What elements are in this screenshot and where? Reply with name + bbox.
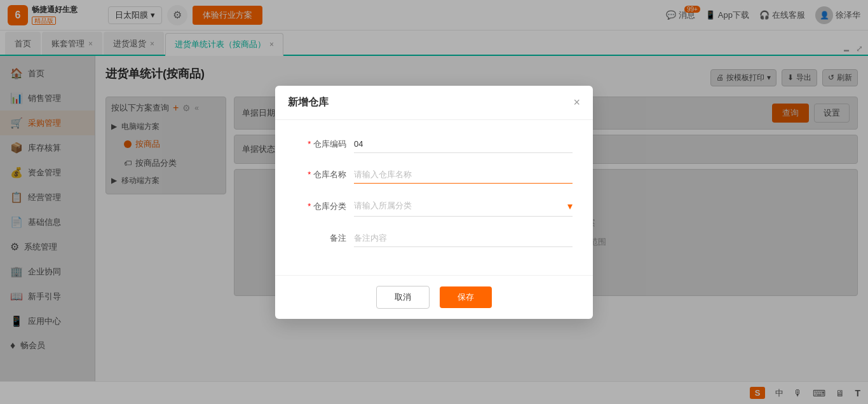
name-label: 仓库名称 xyxy=(295,169,346,180)
cancel-button[interactable]: 取消 xyxy=(376,286,430,309)
modal-footer: 取消 保存 xyxy=(275,275,593,319)
name-input[interactable] xyxy=(354,166,573,184)
remark-input[interactable] xyxy=(354,229,573,247)
modal-overlay[interactable]: 新增仓库 × 仓库编码 仓库名称 仓库分类 请输入所属分类 ▾ xyxy=(0,0,868,404)
category-label: 仓库分类 xyxy=(295,201,346,212)
modal-close-button[interactable]: × xyxy=(573,96,580,109)
modal-body: 仓库编码 仓库名称 仓库分类 请输入所属分类 ▾ 备注 xyxy=(275,120,593,275)
save-button[interactable]: 保存 xyxy=(440,286,492,308)
form-row-remark: 备注 xyxy=(295,229,573,247)
form-row-category: 仓库分类 请输入所属分类 ▾ xyxy=(295,196,573,217)
code-input[interactable] xyxy=(354,135,573,153)
category-selector[interactable]: 请输入所属分类 ▾ xyxy=(354,196,573,217)
chevron-down-icon: ▾ xyxy=(567,200,573,212)
code-label: 仓库编码 xyxy=(295,138,346,150)
remark-label: 备注 xyxy=(295,232,346,244)
modal-title: 新增仓库 xyxy=(288,96,329,109)
add-warehouse-modal: 新增仓库 × 仓库编码 仓库名称 仓库分类 请输入所属分类 ▾ xyxy=(275,86,593,319)
form-row-name: 仓库名称 xyxy=(295,166,573,184)
form-row-code: 仓库编码 xyxy=(295,135,573,153)
modal-header: 新增仓库 × xyxy=(275,86,593,120)
